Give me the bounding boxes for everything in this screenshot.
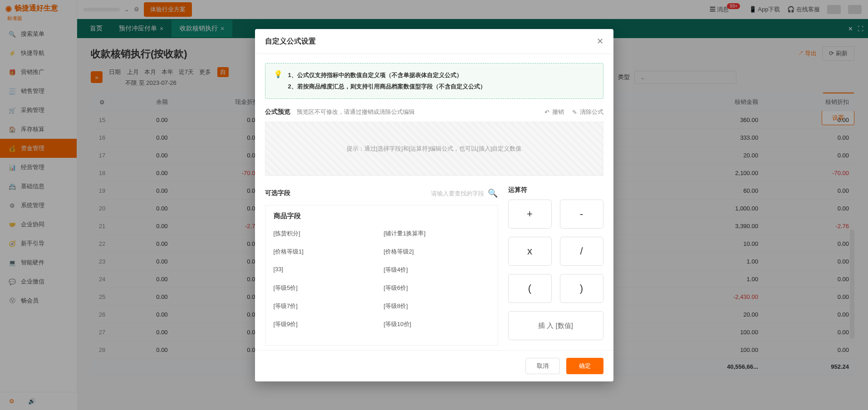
- field-item[interactable]: [等级5价]: [274, 281, 379, 295]
- preview-hint: 预览区不可修改，请通过撤销或清除公式编辑: [297, 108, 415, 115]
- operator-button[interactable]: /: [560, 237, 603, 266]
- field-item[interactable]: [价格等级2]: [384, 245, 490, 259]
- field-item[interactable]: [等级9价]: [274, 317, 379, 331]
- tip-box: 💡 1、公式仅支持指标中的数值自定义项（不含单据表体自定义公式） 2、若按商品维…: [265, 63, 603, 99]
- field-item[interactable]: [辅计量1换算率]: [384, 227, 490, 240]
- cancel-button[interactable]: 取消: [525, 358, 560, 374]
- tip-line-2: 2、若按商品维度汇总，则支持引用商品档案数值型字段（不含自定义公式）: [288, 81, 486, 93]
- close-icon[interactable]: ✕: [597, 36, 603, 46]
- tip-line-1: 1、公式仅支持指标中的数值自定义项（不含单据表体自定义公式）: [288, 70, 486, 81]
- operator-button[interactable]: ): [560, 274, 603, 303]
- operator-button[interactable]: x: [508, 237, 552, 266]
- modal-title: 自定义公式设置: [265, 37, 316, 46]
- lightbulb-icon: 💡: [274, 70, 283, 78]
- operator-button[interactable]: +: [508, 200, 552, 229]
- field-item[interactable]: [等级4价]: [384, 263, 490, 277]
- formula-preview: 提示：通过[选择字段]和[运算符]编辑公式，也可以[插入]自定义数值: [265, 122, 603, 176]
- operator-button[interactable]: (: [508, 274, 552, 303]
- operator-button[interactable]: -: [560, 200, 603, 229]
- preview-title: 公式预览: [265, 108, 290, 115]
- ok-button[interactable]: 确定: [566, 358, 603, 374]
- fields-title: 可选字段: [265, 189, 290, 197]
- field-item[interactable]: [拣货积分]: [274, 227, 379, 240]
- field-group-title: 商品字段: [265, 205, 498, 227]
- field-item[interactable]: [等级7价]: [274, 299, 379, 313]
- field-item[interactable]: [33]: [274, 263, 379, 277]
- field-search-input[interactable]: [393, 190, 484, 197]
- undo-button[interactable]: ↶ 撤销: [544, 108, 564, 116]
- field-item[interactable]: [等级10价]: [384, 317, 490, 331]
- field-item[interactable]: [等级6价]: [384, 281, 490, 295]
- preview-placeholder: 提示：通过[选择字段]和[运算符]编辑公式，也可以[插入]自定义数值: [347, 145, 522, 153]
- field-panel[interactable]: 商品字段 [拣货积分][辅计量1换算率][价格等级1][价格等级2][33][等…: [265, 205, 498, 346]
- clear-formula-button[interactable]: ✎ 清除公式: [572, 108, 603, 116]
- operators-title: 运算符: [508, 186, 603, 194]
- formula-modal: 自定义公式设置 ✕ 💡 1、公式仅支持指标中的数值自定义项（不含单据表体自定义公…: [255, 29, 613, 381]
- field-item[interactable]: [价格等级1]: [274, 245, 379, 259]
- search-icon[interactable]: 🔍: [488, 188, 498, 198]
- insert-number-button[interactable]: 插 入 [数值]: [508, 311, 603, 340]
- field-item[interactable]: [等级8价]: [384, 299, 490, 313]
